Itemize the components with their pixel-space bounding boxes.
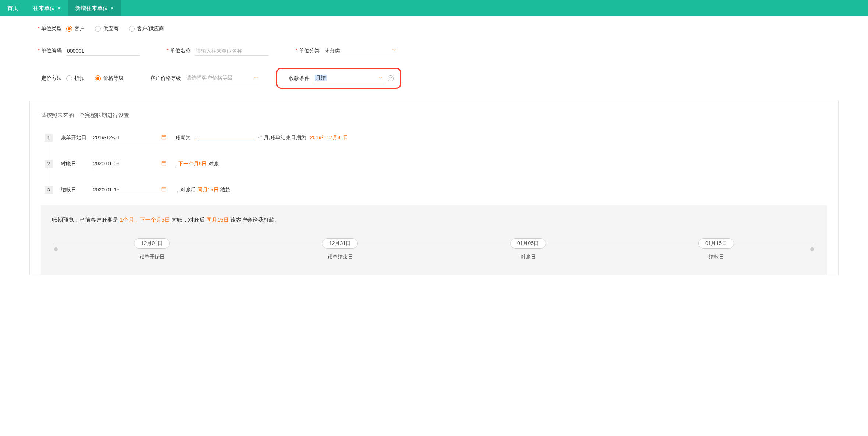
panel-title: 请按照未来的一个完整帐期进行设置: [41, 112, 827, 119]
chevron-down-icon: ﹀: [392, 48, 397, 54]
timeline-caption: 结款日: [709, 254, 724, 260]
timeline-node: 12月31日 账单结束日: [246, 238, 434, 260]
period-months-input[interactable]: [195, 134, 254, 141]
radio-icon: [66, 75, 72, 81]
step-label: 账单开始日: [61, 134, 92, 141]
timeline-date: 12月31日: [322, 238, 358, 249]
radio-price-level[interactable]: 价格等级: [95, 75, 124, 82]
unit-name-input[interactable]: [195, 46, 269, 56]
step-text: 个月,账单结束日期为: [258, 134, 306, 141]
close-icon[interactable]: ×: [57, 5, 60, 11]
close-icon[interactable]: ×: [110, 5, 113, 11]
settle-date-input[interactable]: [92, 185, 168, 194]
unit-name-label: 单位名称: [162, 48, 195, 54]
chevron-down-icon: ﹀: [254, 75, 258, 81]
tab-home[interactable]: 首页: [0, 0, 26, 16]
timeline-endpoint: [54, 247, 58, 251]
calendar-icon[interactable]: [161, 161, 166, 167]
payment-condition-label: 收款条件: [281, 75, 314, 82]
customer-price-level-label: 客户价格等级: [145, 75, 186, 82]
radio-customer[interactable]: 客户: [66, 25, 85, 32]
timeline-date: 01月15日: [698, 238, 734, 249]
step-text: 账期为: [175, 134, 191, 141]
timeline-date: 01月05日: [510, 238, 546, 249]
step-text-highlight: 同月15日: [197, 187, 219, 193]
unit-code-label: 单位编码: [29, 48, 66, 54]
tab-bar: 首页 往来单位× 新增往来单位×: [0, 0, 868, 16]
bill-start-date-input[interactable]: [92, 133, 168, 142]
step-reconcile: 2 对账日 , 下一个月5日 对账: [45, 159, 827, 168]
step-number-icon: 3: [45, 186, 53, 194]
unit-category-label: 单位分类: [291, 48, 324, 54]
step-text: ,: [175, 161, 177, 167]
timeline-date: 12月01日: [134, 238, 170, 249]
calendar-icon[interactable]: [161, 134, 166, 141]
step-text: 对账: [208, 161, 219, 167]
step-settle: 3 结款日 ，对账后 同月15日 结款: [45, 185, 827, 194]
preview-sentence: 账期预览：当前客户账期是 1个月，下一个月5日 对账，对账后 同月15日 该客户…: [52, 217, 816, 224]
reconcile-date-input[interactable]: [92, 159, 168, 168]
timeline-caption: 账单开始日: [139, 254, 165, 260]
radio-icon: [95, 75, 101, 81]
chevron-down-icon: ﹀: [379, 75, 383, 81]
radio-icon: [95, 26, 101, 32]
step-number-icon: 1: [45, 134, 53, 142]
step-number-icon: 2: [45, 160, 53, 168]
customer-price-level-select[interactable]: 请选择客户价格等级 ﹀: [186, 73, 259, 83]
timeline-node: 12月01日 账单开始日: [58, 238, 246, 260]
tab-add-contact[interactable]: 新增往来单位×: [68, 0, 121, 16]
radio-icon: [66, 26, 72, 32]
step-bill-start: 1 账单开始日 账期为 个月,账单结束日期为 2019年12月31日: [45, 133, 827, 142]
timeline-node: 01月05日 对账日: [434, 238, 622, 260]
step-label: 结款日: [61, 187, 92, 193]
timeline-caption: 账单结束日: [327, 254, 353, 260]
step-label: 对账日: [61, 161, 92, 167]
bill-end-date-text: 2019年12月31日: [310, 134, 348, 141]
timeline-endpoint: [810, 247, 814, 251]
svg-rect-2: [162, 187, 166, 191]
timeline: 12月01日 账单开始日 12月31日 账单结束日 01月05日 对账日 01月…: [52, 238, 816, 260]
unit-type-label: 单位类型: [29, 25, 66, 32]
unit-category-select[interactable]: 未分类 ﹀: [324, 46, 398, 56]
radio-discount[interactable]: 折扣: [66, 75, 85, 82]
tab-contacts-list[interactable]: 往来单位×: [26, 0, 68, 16]
unit-type-radio-group: 客户 供应商 客户/供应商: [66, 25, 164, 32]
radio-supplier[interactable]: 供应商: [95, 25, 119, 32]
unit-code-input[interactable]: [66, 46, 140, 56]
step-text: ，对账后: [175, 187, 196, 193]
payment-condition-select[interactable]: 月结 ﹀: [314, 73, 384, 83]
payment-condition-highlight: 收款条件 月结 ﹀ ?: [276, 68, 401, 89]
step-text-highlight: 下一个月5日: [178, 161, 207, 167]
svg-rect-0: [162, 135, 166, 139]
svg-rect-1: [162, 161, 166, 165]
billing-period-panel: 请按照未来的一个完整帐期进行设置 1 账单开始日 账期为 个月,账单结束日期为 …: [29, 101, 839, 275]
period-preview: 账期预览：当前客户账期是 1个月，下一个月5日 对账，对账后 同月15日 该客户…: [41, 205, 827, 275]
pricing-method-label: 定价方法: [29, 75, 66, 82]
help-icon[interactable]: ?: [388, 75, 394, 81]
radio-both[interactable]: 客户/供应商: [129, 25, 164, 32]
calendar-icon[interactable]: [161, 187, 166, 193]
timeline-caption: 对账日: [521, 254, 536, 260]
step-text: 结款: [220, 187, 230, 193]
radio-icon: [129, 26, 135, 32]
timeline-node: 01月15日 结款日: [622, 238, 810, 260]
